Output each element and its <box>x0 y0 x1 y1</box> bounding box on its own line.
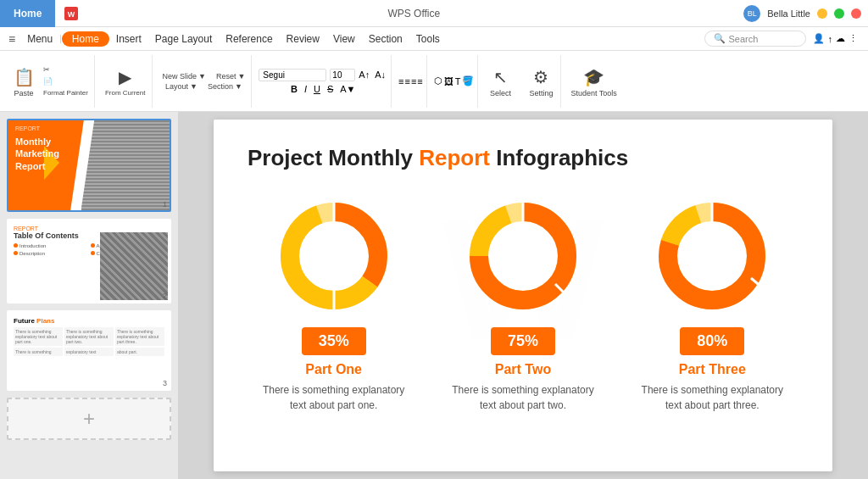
font-name-input[interactable] <box>259 69 326 81</box>
menu-section[interactable]: Section <box>362 31 409 47</box>
window-controls: BL Bella Little <box>743 5 868 22</box>
ribbon-paste-group: 📋 Paste ✂ 📄 Format Painter <box>5 55 95 108</box>
slide1-label: REPORT <box>15 125 40 131</box>
font-shrink-icon[interactable]: A↓ <box>373 70 387 80</box>
setting-button[interactable]: ⚙ Setting <box>526 64 556 99</box>
slide3-title-highlight: Plans <box>36 317 54 325</box>
share-icon[interactable]: ↑ <box>828 34 833 44</box>
reset-button[interactable]: Reset ▼ <box>214 71 248 81</box>
percent-badge-2: 75% <box>491 327 555 355</box>
menu-page-layout[interactable]: Page Layout <box>148 31 219 47</box>
underline-button[interactable]: U <box>311 84 323 94</box>
slide-thumb-1[interactable]: REPORT Monthly Marketing Report 1 <box>7 119 171 212</box>
search-bar[interactable]: 🔍 Search <box>704 31 806 47</box>
slide-thumb-2[interactable]: REPORT Table Of Contents Introduction An… <box>7 219 171 304</box>
section-button[interactable]: Section ▼ <box>205 81 245 92</box>
part-label-1: Part One <box>305 362 362 377</box>
ribbon-setting-group: ⚙ Setting <box>522 55 560 108</box>
svg-point-20 <box>678 222 746 290</box>
ribbon-student-group: 🎓 Student Tools <box>565 55 624 108</box>
minimize-button[interactable] <box>817 8 827 19</box>
user-area: 👤 ↑ ☁ ⋮ <box>806 33 865 44</box>
format-painter-button[interactable]: Format Painter <box>41 88 91 97</box>
titlebar: Home W WPS Office BL Bella Little <box>0 0 868 27</box>
title-highlight: Report <box>419 145 490 170</box>
menu-home[interactable]: Home <box>62 31 109 47</box>
ribbon: 📋 Paste ✂ 📄 Format Painter ▶ From Curren… <box>0 51 868 112</box>
add-slide-button[interactable]: + <box>7 398 171 440</box>
wps-logo: W <box>58 0 84 27</box>
align-center-icon[interactable]: ≡ <box>404 76 409 86</box>
slide-number-1: 1 <box>163 200 167 209</box>
layout-button[interactable]: Layout ▼ <box>163 81 200 92</box>
italic-button[interactable]: I <box>302 84 309 94</box>
part-label-3: Part Three <box>679 362 746 377</box>
slide-number-2: 2 <box>163 292 167 300</box>
align-right-icon[interactable]: ≡ <box>411 76 416 86</box>
slide1-image <box>81 120 170 210</box>
student-tools-button[interactable]: 🎓 Student Tools <box>568 64 620 99</box>
fill-icon[interactable]: 🪣 <box>462 75 474 86</box>
slide2-image <box>100 232 168 300</box>
slide3-title: Future Plans <box>14 317 164 325</box>
text-box-icon[interactable]: T <box>455 76 461 86</box>
paste-button[interactable]: 📋 Paste <box>8 64 39 99</box>
from-current-button[interactable]: ▶ From Current <box>102 64 149 98</box>
ribbon-font-group: A↑ A↓ B I U S A▼ <box>255 55 392 108</box>
chart-item-2: 75% Part Two There is something explanat… <box>442 197 604 413</box>
cut-button[interactable]: ✂ <box>41 64 91 75</box>
chart-item-1: 35% Part One There is something explanat… <box>253 197 415 413</box>
slide1-title: Monthly Marketing Report <box>15 136 59 172</box>
donut-1 <box>275 197 393 315</box>
menu-tools[interactable]: Tools <box>409 31 447 47</box>
ribbon-new-slide-group: New Slide ▼ Reset ▼ Layout ▼ Section ▼ <box>156 55 252 108</box>
ribbon-paragraph-group: ≡ ≡ ≡ ≡ <box>395 55 427 108</box>
setting-icon: ⚙ <box>529 65 553 89</box>
menu-reference[interactable]: Reference <box>219 31 279 47</box>
app-title: WPS Office <box>84 8 743 19</box>
menu-view[interactable]: View <box>326 31 362 47</box>
title-suffix: Infographics <box>490 145 628 170</box>
from-current-icon: ▶ <box>114 65 137 89</box>
close-button[interactable] <box>851 8 861 19</box>
menu-review[interactable]: Review <box>280 31 326 47</box>
bold-button[interactable]: B <box>288 84 300 94</box>
copy-button[interactable]: 📄 <box>41 76 91 86</box>
student-icon: 🎓 <box>582 65 606 89</box>
select-icon: ↖ <box>488 65 512 89</box>
menu-insert[interactable]: Insert <box>109 31 148 47</box>
more-icon[interactable]: ⋮ <box>849 33 858 44</box>
hamburger-menu[interactable]: ≡ <box>3 31 20 47</box>
chart-item-3: 80% Part Three There is something explan… <box>632 197 793 413</box>
menubar: ≡ Menu | Home Insert Page Layout Referen… <box>0 27 868 51</box>
charts-row: 35% Part One There is something explanat… <box>248 197 798 413</box>
shapes-icon[interactable]: ⬡ <box>434 75 442 86</box>
ribbon-slide-group: ▶ From Current <box>98 55 153 108</box>
percent-badge-3: 80% <box>680 327 744 355</box>
font-grow-icon[interactable]: A↑ <box>357 70 371 80</box>
svg-text:W: W <box>68 10 75 19</box>
font-color-button[interactable]: A▼ <box>337 84 358 94</box>
maximize-button[interactable] <box>834 8 844 19</box>
slide-thumb-3[interactable]: Future Plans There is something explanat… <box>7 310 171 391</box>
part-desc-1: There is something explanatory text abou… <box>253 382 415 413</box>
slide-main-title: Project Monthly Report Infographics <box>248 145 798 171</box>
select-button[interactable]: ↖ Select <box>485 64 515 99</box>
ribbon-drawing-group: ⬡ 🖼 T 🪣 <box>431 55 479 108</box>
align-left-icon[interactable]: ≡ <box>398 76 403 86</box>
menu-label[interactable]: Menu <box>20 31 59 47</box>
new-slide-button[interactable]: New Slide ▼ <box>159 71 208 81</box>
font-size-input[interactable] <box>330 69 355 81</box>
strikethrough-button[interactable]: S <box>325 84 336 94</box>
donut-3 <box>653 197 771 315</box>
cloud-icon: ☁ <box>836 33 845 44</box>
search-placeholder: Search <box>729 34 759 44</box>
tab-home[interactable]: Home <box>0 0 55 27</box>
slide3-grid: There is something explanatory text abou… <box>14 327 164 356</box>
slide-main[interactable]: W Project Monthly Report Infographics <box>214 120 832 471</box>
main-area: REPORT Monthly Marketing Report 1 REPORT… <box>0 112 868 479</box>
image-icon[interactable]: 🖼 <box>444 76 453 86</box>
align-justify-icon[interactable]: ≡ <box>417 76 422 86</box>
avatar: BL <box>743 5 760 22</box>
part-desc-3: There is something explanatory text abou… <box>632 382 793 413</box>
